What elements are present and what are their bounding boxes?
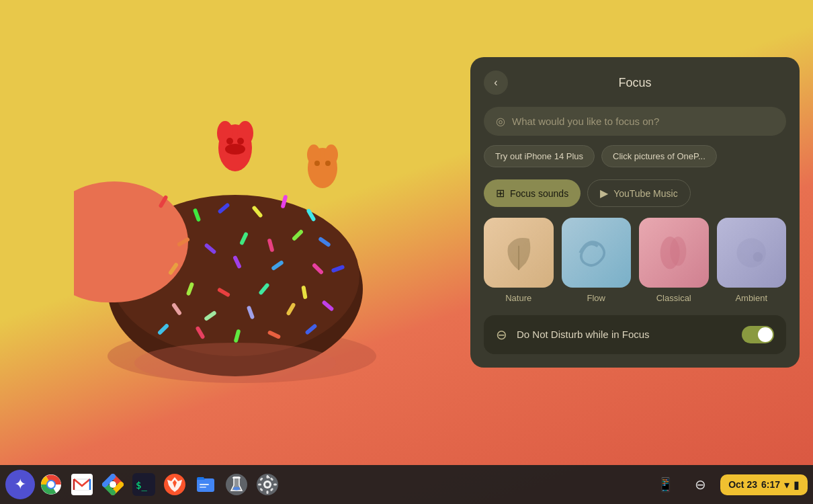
svg-point-43: [225, 144, 245, 155]
candy-image: [34, 13, 450, 444]
taskbar-launcher[interactable]: ✦: [5, 470, 35, 499]
svg-point-62: [110, 481, 116, 488]
gmail-icon: [71, 474, 93, 495]
sound-tabs: ⊞ Focus sounds ▶ YouTube Music: [484, 179, 786, 207]
time-text: 6:17: [761, 479, 780, 490]
svg-rect-75: [267, 475, 269, 478]
dnd-icon: ⊖: [496, 327, 507, 343]
svg-point-57: [48, 481, 54, 488]
svg-point-41: [226, 138, 233, 144]
taskbar-chrome[interactable]: [36, 470, 66, 499]
svg-text:$_: $_: [136, 480, 147, 491]
sound-flow-label: Flow: [587, 293, 605, 303]
svg-point-51: [670, 237, 686, 265]
dnd-row: ⊖ Do Not Disturb while in Focus: [484, 315, 786, 354]
date-text: Oct 23: [728, 479, 757, 490]
chip-iphone[interactable]: Try out iPhone 14 Plus: [484, 145, 595, 167]
battery-icon: ▮: [794, 478, 800, 491]
sound-flow-thumb: [562, 218, 632, 288]
svg-point-49: [134, 343, 336, 383]
files-icon: [194, 473, 217, 496]
svg-point-47: [314, 161, 320, 166]
sound-classical-thumb: [639, 218, 709, 288]
testing-icon: [225, 473, 248, 496]
svg-point-74: [265, 482, 269, 487]
dnd-label: Do Not Disturb while in Focus: [517, 329, 732, 340]
brave-icon: [163, 473, 186, 496]
svg-point-48: [325, 161, 331, 166]
svg-point-54: [753, 252, 763, 261]
dnd-toggle[interactable]: [742, 326, 774, 343]
sound-flow[interactable]: Flow: [562, 218, 632, 303]
photos-icon: [102, 474, 124, 495]
sound-ambient-thumb: [717, 218, 787, 288]
panel-title: Focus: [618, 76, 651, 90]
back-button[interactable]: ‹: [484, 71, 508, 95]
svg-rect-67: [200, 484, 209, 485]
dnd-status-icon: ⊖: [695, 476, 706, 493]
taskbar-gmail[interactable]: [67, 470, 97, 499]
terminal-icon: $_: [132, 473, 155, 496]
sound-classical[interactable]: Classical: [639, 218, 709, 303]
search-placeholder: What would you like to focus on?: [512, 116, 659, 127]
taskbar-right: 📱 ⊖ Oct 23 6:17 ▾ ▮: [650, 470, 808, 499]
tab-youtube-music[interactable]: ▶ YouTube Music: [587, 179, 690, 207]
sound-nature[interactable]: Nature: [484, 218, 554, 303]
wifi-icon: ▾: [784, 478, 789, 491]
sound-nature-label: Nature: [505, 293, 531, 303]
sound-ambient-label: Ambient: [735, 293, 767, 303]
suggestion-chips: Try out iPhone 14 Plus Click pictures of…: [484, 145, 786, 167]
taskbar-testing[interactable]: [222, 470, 251, 499]
phone-icon: 📱: [657, 476, 674, 493]
youtube-music-label: YouTube Music: [613, 188, 677, 199]
launcher-icon: ✦: [14, 476, 26, 493]
datetime-box[interactable]: Oct 23 6:17 ▾ ▮: [720, 474, 808, 495]
taskbar-files[interactable]: [191, 470, 220, 499]
sound-grid: Nature Flow: [484, 218, 786, 303]
svg-rect-77: [258, 484, 261, 486]
chrome-icon: [40, 474, 62, 495]
sound-classical-label: Classical: [656, 293, 691, 303]
panel-header: ‹ Focus: [484, 71, 786, 95]
taskbar-photos[interactable]: [98, 470, 128, 499]
tab-focus-sounds[interactable]: ⊞ Focus sounds: [484, 179, 581, 207]
sound-nature-thumb: [484, 218, 554, 288]
svg-rect-71: [232, 477, 241, 478]
search-icon: ◎: [496, 115, 505, 128]
focus-sounds-icon: ⊞: [496, 187, 505, 200]
taskbar-phone[interactable]: 📱: [650, 470, 680, 499]
taskbar: ✦: [0, 465, 813, 504]
taskbar-brave[interactable]: [160, 470, 189, 499]
toggle-knob: [758, 327, 773, 342]
settings-icon: [256, 473, 279, 496]
chip-onep[interactable]: Click pictures of OneP...: [601, 145, 717, 167]
sound-ambient[interactable]: Ambient: [717, 218, 787, 303]
focus-sounds-label: Focus sounds: [510, 188, 568, 199]
svg-rect-78: [273, 484, 277, 486]
svg-point-70: [233, 487, 240, 491]
svg-point-53: [741, 242, 754, 255]
taskbar-left: ✦: [5, 470, 282, 499]
focus-panel: ‹ Focus ◎ What would you like to focus o…: [470, 57, 800, 368]
youtube-music-icon: ▶: [600, 187, 608, 200]
svg-point-42: [237, 138, 244, 144]
taskbar-settings[interactable]: [253, 470, 282, 499]
svg-rect-68: [200, 487, 206, 488]
svg-rect-76: [267, 491, 269, 494]
taskbar-terminal[interactable]: $_: [129, 470, 159, 499]
taskbar-dnd[interactable]: ⊖: [685, 470, 715, 499]
search-box[interactable]: ◎ What would you like to focus on?: [484, 107, 786, 136]
